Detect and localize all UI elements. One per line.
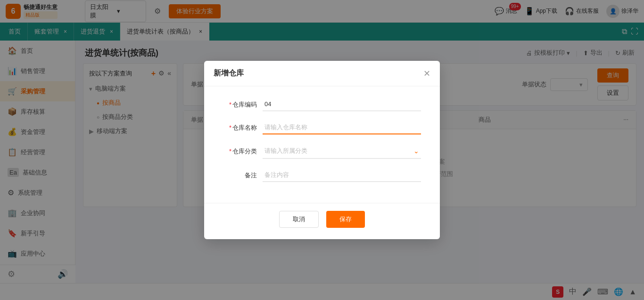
modal-overlay: 新增仓库 ✕ *仓库编码 *仓库名称 *仓库分类 [0,0,644,300]
form-row-category: *仓库分类 请输入所属分类 ⌄ [223,144,421,159]
dialog-footer: 取消 保存 [204,203,440,239]
remark-input[interactable] [263,168,421,182]
name-label: *仓库名称 [223,124,257,132]
dialog-add-warehouse: 新增仓库 ✕ *仓库编码 *仓库名称 *仓库分类 [204,61,440,239]
code-label: *仓库编码 [223,100,257,109]
form-row-name: *仓库名称 [223,121,421,134]
name-input[interactable] [263,121,421,134]
cancel-button[interactable]: 取消 [279,211,319,228]
category-dropdown-icon: ⌄ [413,147,419,155]
category-label: *仓库分类 [223,147,257,156]
remark-label: 备注 [223,171,257,180]
form-row-code: *仓库编码 [223,98,421,111]
code-input[interactable] [263,98,421,111]
dialog-close-btn[interactable]: ✕ [423,69,430,78]
dialog-body: *仓库编码 *仓库名称 *仓库分类 请输入所属分类 ⌄ [204,86,440,203]
dialog-header: 新增仓库 ✕ [204,61,440,86]
category-select[interactable]: 请输入所属分类 ⌄ [263,144,421,159]
save-button[interactable]: 保存 [326,211,365,228]
dialog-title: 新增仓库 [214,68,244,78]
form-row-remark: 备注 [223,168,421,182]
